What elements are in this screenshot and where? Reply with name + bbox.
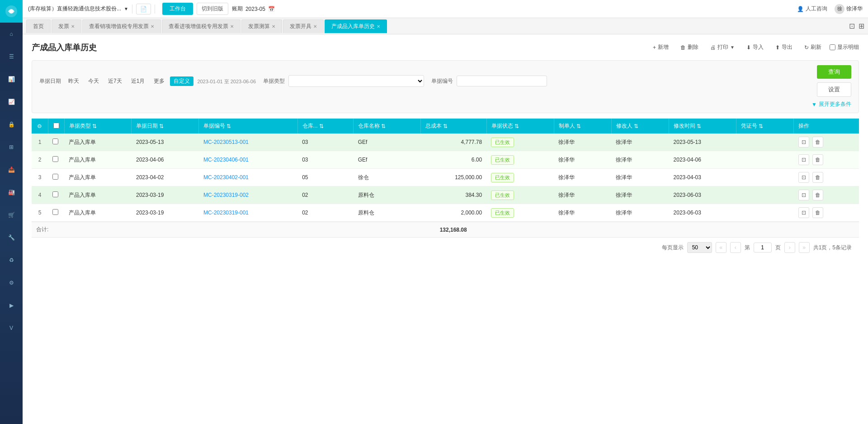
row-edit-button[interactable]: ⊡ [798, 137, 809, 148]
page-size-select[interactable]: 50 20 100 [687, 242, 712, 253]
th-voucher[interactable]: 凭证号⇅ [736, 119, 794, 133]
restore-icon[interactable]: ⊡ [849, 22, 855, 30]
shortcut-more[interactable]: 更多 [150, 76, 168, 86]
maximize-icon[interactable]: ⊞ [859, 22, 864, 30]
shortcut-custom[interactable]: 自定义 [170, 76, 193, 86]
row-code-link[interactable]: MC-20230402-001 [203, 174, 249, 181]
refresh-button[interactable]: ↻ 刷新 [801, 42, 825, 53]
row-edit-button[interactable]: ⊡ [798, 172, 809, 183]
tab-purchase-invoice[interactable]: 查看进项增值税专用发票 ✕ [162, 19, 241, 33]
company-selector[interactable]: (库存核算）直播轻跑通信息技术股份... ▼ [28, 5, 128, 13]
row-code-link[interactable]: MC-20230406-001 [203, 157, 249, 163]
tab-invoice[interactable]: 发票 ✕ [52, 19, 81, 33]
row-code-link[interactable]: MC-20230319-002 [203, 192, 249, 198]
shortcut-1month[interactable]: 近1月 [127, 76, 149, 86]
row-edit-button[interactable]: ⊡ [798, 207, 809, 218]
row-edit-button[interactable]: ⊡ [798, 190, 809, 200]
th-cost[interactable]: 总成本⇅ [421, 119, 486, 133]
sidebar-item-video[interactable]: ▶ [0, 295, 23, 316]
sidebar-item-home[interactable]: ⌂ [0, 24, 23, 44]
select-all-checkbox[interactable] [53, 123, 59, 129]
row-delete-button[interactable]: 🗑 [812, 154, 823, 165]
row-code-link[interactable]: MC-20230319-001 [203, 210, 249, 216]
import-button[interactable]: ⬇ 导入 [743, 42, 767, 53]
tab-calc-close[interactable]: ✕ [272, 24, 275, 29]
th-status[interactable]: 单据状态⇅ [486, 119, 554, 133]
row-checkbox[interactable] [52, 191, 58, 197]
tab-calc[interactable]: 发票测算 ✕ [241, 19, 282, 33]
tab-product-inbound[interactable]: 产成品入库单历史 ✕ [325, 19, 387, 33]
row-checkbox[interactable] [52, 174, 58, 180]
row-select[interactable] [48, 204, 64, 222]
row-select[interactable] [48, 133, 64, 151]
shortcut-yesterday[interactable]: 昨天 [65, 76, 83, 86]
print-button[interactable]: 🖨 打印 ▼ [707, 42, 738, 53]
row-select[interactable] [48, 151, 64, 169]
th-type[interactable]: 单据类型⇅ [64, 119, 132, 133]
row-checkbox[interactable] [52, 156, 58, 162]
last-page-button[interactable]: » [799, 242, 810, 253]
type-filter-select[interactable]: 产品入库单 [288, 75, 424, 87]
delete-button[interactable]: 🗑 删除 [677, 42, 702, 53]
row-delete-button[interactable]: 🗑 [812, 207, 823, 218]
first-page-button[interactable]: « [716, 242, 726, 253]
tab-sales-invoice-close[interactable]: ✕ [151, 24, 154, 29]
tab-home[interactable]: 首页 [26, 19, 51, 33]
show-detail-checkbox-label[interactable]: 显示明细 [830, 43, 859, 51]
shortcut-7days[interactable]: 近7天 [104, 76, 126, 86]
show-detail-checkbox[interactable] [830, 44, 835, 50]
sidebar-item-analytics[interactable]: 📈 [0, 91, 23, 112]
row-edit-button[interactable]: ⊡ [798, 154, 809, 165]
th-mod-time[interactable]: 修改时间⇅ [669, 119, 736, 133]
row-delete-button[interactable]: 🗑 [812, 190, 823, 200]
workspace-button[interactable]: 工作台 [162, 3, 193, 15]
tab-issue-close[interactable]: ✕ [313, 24, 317, 29]
document-button[interactable]: 📄 [136, 4, 151, 14]
th-creator[interactable]: 制单人⇅ [554, 119, 611, 133]
sidebar-item-inbox[interactable]: 📥 [0, 159, 23, 180]
tab-product-inbound-close[interactable]: ✕ [377, 24, 380, 29]
th-modifier[interactable]: 修改人⇅ [611, 119, 669, 133]
export-button[interactable]: ⬆ 导出 [772, 42, 796, 53]
sidebar-item-chart[interactable]: 📊 [0, 69, 23, 90]
new-button[interactable]: + 新增 [649, 42, 672, 53]
tab-purchase-invoice-close[interactable]: ✕ [230, 24, 234, 29]
tab-issue[interactable]: 发票开具 ✕ [283, 19, 324, 33]
sidebar-item-recycle[interactable]: ♻ [0, 250, 23, 271]
sidebar-item-document[interactable]: ☰ [0, 46, 23, 67]
th-checkbox[interactable] [48, 119, 64, 133]
shortcut-today[interactable]: 今天 [85, 76, 103, 86]
prev-page-button[interactable]: ‹ [730, 242, 741, 253]
row-select[interactable] [48, 186, 64, 204]
row-select[interactable] [48, 169, 64, 186]
switch-button[interactable]: 切到旧版 [197, 3, 228, 15]
row-checkbox[interactable] [52, 138, 58, 144]
th-settings[interactable]: ⚙ [32, 119, 48, 133]
set-button[interactable]: 设置 [817, 82, 851, 97]
help-button[interactable]: 👤 人工咨询 [797, 5, 827, 13]
sidebar-item-version[interactable]: V [0, 318, 23, 338]
tab-invoice-close[interactable]: ✕ [71, 24, 75, 29]
page-number-input[interactable] [754, 243, 772, 252]
sidebar-item-settings[interactable]: ⚙ [0, 272, 23, 293]
query-button[interactable]: 查询 [817, 65, 851, 79]
row-delete-button[interactable]: 🗑 [812, 137, 823, 148]
next-page-button[interactable]: › [784, 242, 795, 253]
user-menu[interactable]: 徐 徐泽华 [835, 4, 863, 14]
row-delete-button[interactable]: 🗑 [812, 172, 823, 183]
row-code-link[interactable]: MC-20230513-001 [203, 139, 249, 145]
th-warehouse-name[interactable]: 仓库名称⇅ [354, 119, 421, 133]
sidebar-item-lock[interactable]: 🔒 [0, 114, 23, 135]
sidebar-item-cart[interactable]: 🛒 [0, 205, 23, 225]
expand-filter-button[interactable]: ▼ 展开更多条件 [811, 100, 851, 108]
th-date[interactable]: 单据日期⇅ [132, 119, 199, 133]
row-checkbox[interactable] [52, 209, 58, 215]
sidebar-item-warehouse[interactable]: 🏭 [0, 182, 23, 203]
number-filter-input[interactable] [457, 76, 547, 86]
th-code[interactable]: 单据编号⇅ [199, 119, 297, 133]
tab-sales-invoice-label: 查看销项增值税专用发票 [89, 23, 149, 30]
sidebar-item-tool[interactable]: 🔧 [0, 227, 23, 248]
th-warehouse-code[interactable]: 仓库...⇅ [297, 119, 354, 133]
tab-sales-invoice[interactable]: 查看销项增值税专用发票 ✕ [82, 19, 161, 33]
sidebar-item-grid[interactable]: ⊞ [0, 137, 23, 157]
